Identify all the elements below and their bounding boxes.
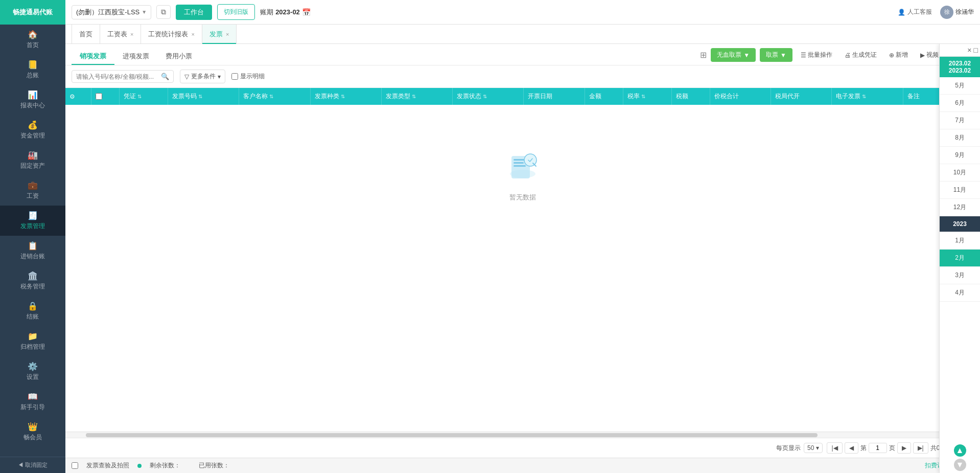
company-selector[interactable]: (勿删）江西股宝-LSS ▼ [72, 5, 151, 19]
gen-voucher-button[interactable]: 🖨 生成凭证 [841, 49, 881, 61]
show-detail-checkbox[interactable] [231, 73, 238, 80]
verify-checkbox[interactable] [72, 462, 78, 469]
calendar-icon[interactable]: 📅 [302, 8, 311, 16]
sidebar-pin-toggle[interactable]: ◀ 取消固定 [0, 457, 65, 473]
calendar-up-button[interactable]: ▲ [954, 444, 966, 457]
status-dot [137, 464, 142, 468]
page-input[interactable] [869, 443, 887, 453]
col-invoice-type[interactable]: 发票种类⇅ [310, 88, 381, 105]
cal-month-10[interactable]: 10月 [940, 164, 980, 182]
filter-button[interactable]: ▽ 更多条件 ▾ [180, 70, 225, 83]
col-remark[interactable]: 备注 [903, 88, 941, 105]
no-take-button[interactable]: 无血取票 ▼ [711, 48, 756, 62]
sidebar-item-member[interactable]: 👑 畅会员 [0, 417, 65, 447]
col-invoice-status[interactable]: 发票状态⇅ [453, 88, 524, 105]
switch-version-button[interactable]: 切到旧版 [217, 4, 255, 20]
sidebar-item-salary[interactable]: 💼 工资 [0, 175, 65, 206]
cal-month-1[interactable]: 1月 [940, 232, 980, 250]
col-customer[interactable]: 客户名称⇅ [239, 88, 310, 105]
new-button[interactable]: ⊕ 新增 [885, 49, 912, 61]
prev-page-button[interactable]: ◀ [845, 442, 858, 454]
tab-close-invoice[interactable]: × [226, 31, 229, 37]
invoice-icon: 🧾 [28, 211, 38, 220]
scrollbar-area[interactable] [65, 432, 980, 438]
cal-month-9[interactable]: 9月 [940, 147, 980, 164]
chevron-down-icon: ▼ [142, 9, 147, 15]
user-menu[interactable]: 徐 徐涵华 [940, 6, 974, 19]
first-page-button[interactable]: |◀ [827, 442, 842, 454]
grid-view-icon[interactable]: ⊞ [700, 50, 707, 60]
col-setting[interactable]: ⚙ [65, 88, 91, 105]
sidebar-item-ledger[interactable]: 📒 总账 [0, 55, 65, 85]
sidebar-item-reports[interactable]: 📊 报表中心 [0, 85, 65, 115]
cal-month-2[interactable]: 2月 [940, 250, 980, 267]
period-display: 账期 2023-02 📅 [260, 8, 311, 17]
batch-icon: ☰ [801, 52, 806, 59]
cal-month-4[interactable]: 4月 [940, 284, 980, 302]
sidebar-item-sales-account[interactable]: 📋 进销台账 [0, 236, 65, 266]
per-page-dropdown[interactable]: 50 ▾ [804, 443, 823, 453]
sidebar-item-tax[interactable]: 🏛️ 税务管理 [0, 266, 65, 296]
calendar-bottom: ▲ ▼ [940, 442, 980, 473]
col-tax-total[interactable]: 价税合计 [710, 88, 771, 105]
calendar-panel: × □ 2023.02 2023.02 5月 6月 7月 8月 9月 10月 1… [939, 44, 980, 473]
tab-close-salary[interactable]: × [130, 31, 133, 37]
sidebar-item-archive[interactable]: 📁 归档管理 [0, 326, 65, 356]
sidebar-item-assets[interactable]: 🏭 固定资产 [0, 145, 65, 175]
sidebar-item-home[interactable]: 🏠 首页 [0, 25, 65, 55]
search-input[interactable] [76, 73, 158, 80]
col-open-date[interactable]: 开票日期 [524, 88, 585, 105]
sales-account-icon: 📋 [28, 241, 38, 251]
tax-icon: 🏛️ [28, 271, 38, 281]
search-icon[interactable]: 🔍 [161, 73, 169, 80]
tab-close-salary-stats[interactable]: × [191, 31, 194, 37]
cal-month-12[interactable]: 12月 [940, 199, 980, 216]
tab-salary-stats[interactable]: 工资统计报表 × [141, 25, 202, 44]
col-tax-rate[interactable]: 税率⇅ [623, 88, 671, 105]
cal-month-11[interactable]: 11月 [940, 182, 980, 199]
calendar-close-button[interactable]: × [967, 46, 971, 54]
sidebar: 畅捷通易代账 🏠 首页 📒 总账 📊 报表中心 💰 资金管理 🏭 固定资产 💼 … [0, 0, 65, 473]
sub-tab-purchase[interactable]: 进项发票 [114, 49, 157, 65]
calendar-maximize-button[interactable]: □ [974, 46, 978, 54]
sidebar-item-funds[interactable]: 💰 资金管理 [0, 115, 65, 145]
col-voucher[interactable]: 凭证⇅ [119, 88, 168, 105]
workspace-button[interactable]: 工作台 [176, 5, 212, 20]
topbar-right: 👤 人工客服 徐 徐涵华 [898, 6, 974, 19]
calendar-down-button[interactable]: ▼ [954, 459, 966, 471]
copy-button[interactable]: ⧉ [156, 5, 171, 19]
sort-icon: ⇅ [412, 94, 416, 99]
col-tax-code[interactable]: 税局代开 [771, 88, 832, 105]
col-tax[interactable]: 税额 [671, 88, 710, 105]
batch-op-button[interactable]: ☰ 批量操作 [797, 49, 836, 61]
sidebar-item-guide[interactable]: 📖 新手引导 [0, 387, 65, 417]
col-invoice-no[interactable]: 发票号码⇅ [168, 88, 239, 105]
sub-tab-sales[interactable]: 销项发票 [72, 49, 114, 65]
cal-month-7[interactable]: 7月 [940, 112, 980, 129]
last-page-button[interactable]: ▶| [913, 442, 928, 454]
sidebar-item-closing[interactable]: 🔒 结账 [0, 296, 65, 326]
service-button[interactable]: 👤 人工客服 [898, 8, 932, 16]
take-button[interactable]: 取票 ▼ [760, 48, 792, 62]
video-icon: ▶ [920, 52, 925, 59]
sub-tab-expense[interactable]: 费用小票 [157, 49, 200, 65]
table-wrapper[interactable]: ⚙ 凭证⇅ 发票号码⇅ 客户名称⇅ 发票种类⇅ 发票类型⇅ 发票状态⇅ 开票日期… [65, 88, 980, 432]
col-e-invoice[interactable]: 电子发票⇅ [832, 88, 903, 105]
cal-month-6[interactable]: 6月 [940, 95, 980, 112]
svg-rect-3 [514, 162, 524, 164]
next-page-button[interactable]: ▶ [897, 442, 911, 454]
select-all-checkbox[interactable] [96, 93, 102, 100]
col-amount[interactable]: 金额 [585, 88, 623, 105]
sidebar-item-settings[interactable]: ⚙️ 设置 [0, 356, 65, 387]
col-invoice-class[interactable]: 发票类型⇅ [381, 88, 452, 105]
cal-month-3[interactable]: 3月 [940, 267, 980, 284]
show-detail-checkbox-label[interactable]: 显示明细 [231, 72, 265, 81]
sidebar-item-invoice[interactable]: 🧾 发票管理 [0, 206, 65, 236]
tab-home[interactable]: 首页 [72, 25, 100, 44]
tab-salary[interactable]: 工资表 × [100, 25, 141, 44]
cal-month-5[interactable]: 5月 [940, 77, 980, 95]
col-check[interactable] [91, 88, 119, 105]
tab-invoice[interactable]: 发票 × [202, 25, 237, 44]
svg-rect-4 [514, 165, 526, 167]
cal-month-8[interactable]: 8月 [940, 129, 980, 147]
